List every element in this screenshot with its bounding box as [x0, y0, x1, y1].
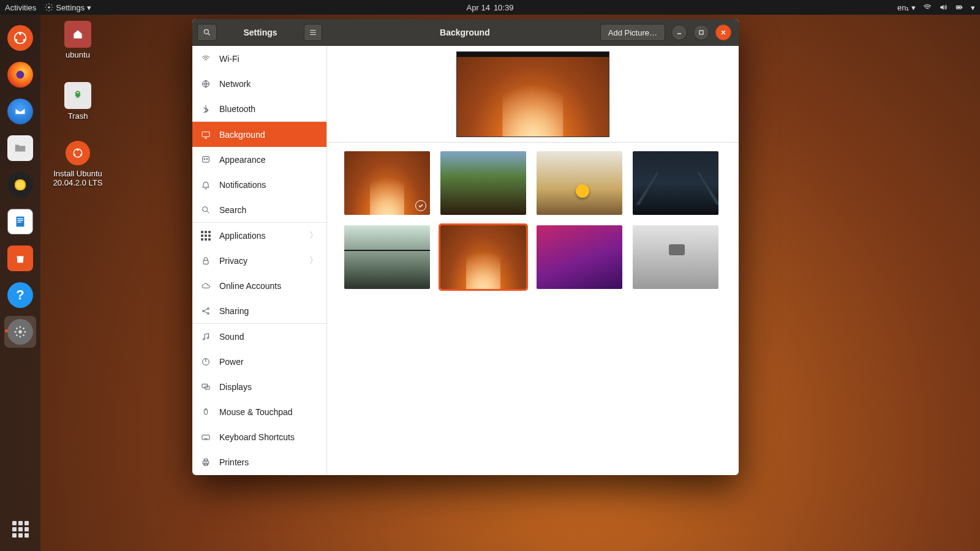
sidebar-item-label: Notifications [219, 180, 266, 190]
trash-icon [72, 89, 84, 102]
svg-point-6 [15, 39, 18, 42]
clock-time: 10:39 [494, 3, 514, 12]
sidebar-item-sound[interactable]: Sound [192, 324, 326, 349]
sidebar-item-applications[interactable]: Applications〉 [192, 223, 326, 248]
dock-app-files[interactable] [4, 132, 36, 164]
maximize-icon [698, 29, 704, 36]
clock[interactable]: Apr 14 10:39 [467, 3, 514, 12]
sidebar-item-notifications[interactable]: Notifications [192, 172, 326, 197]
desktop-icon-trash[interactable]: Trash [50, 82, 105, 121]
folder-icon [13, 141, 27, 155]
bluetooth-icon [201, 104, 211, 114]
wallpaper-option-forest[interactable] [440, 151, 526, 215]
sidebar-item-wifi[interactable]: Wi-Fi [192, 46, 326, 71]
wallpaper-option-fog[interactable] [633, 225, 718, 289]
svg-point-19 [204, 29, 208, 34]
system-menu-caret[interactable]: ▾ [971, 3, 975, 12]
app-menu[interactable]: Settings ▾ [45, 3, 91, 12]
svg-rect-22 [202, 132, 209, 137]
sidebar-item-label: Keyboard Shortcuts [219, 432, 295, 442]
sidebar-item-online-accounts[interactable]: Online Accounts [192, 273, 326, 298]
sidebar-item-search[interactable]: Search [192, 197, 326, 222]
sidebar-item-background[interactable]: Background [192, 122, 326, 147]
input-source-indicator[interactable]: en₁ ▾ [897, 3, 916, 12]
battery-icon[interactable] [955, 3, 963, 12]
clock-date: Apr 14 [467, 3, 490, 12]
show-applications-button[interactable] [4, 513, 36, 545]
network-icon [201, 79, 211, 89]
close-icon [720, 29, 726, 36]
wallpaper-option-desk[interactable] [537, 151, 622, 215]
chevron-down-icon: ▾ [87, 3, 91, 12]
sidebar-item-network[interactable]: Network [192, 71, 326, 96]
bell-icon [201, 180, 211, 190]
current-wallpaper-check-icon [415, 200, 426, 211]
wallpaper-option-gradient[interactable] [537, 225, 622, 289]
svg-point-7 [23, 39, 26, 42]
wallpaper-option-focal-plain[interactable] [440, 225, 526, 289]
wallpaper-grid [344, 151, 722, 289]
svg-rect-38 [203, 461, 208, 464]
svg-point-32 [207, 337, 209, 339]
sidebar-item-displays[interactable]: Displays [192, 374, 326, 399]
dock-app-dash[interactable] [4, 22, 36, 54]
sidebar-item-label: Privacy [219, 256, 247, 266]
desktop-icon-installer[interactable]: Install Ubuntu 20.04.2.0 LTS [50, 140, 105, 187]
sidebar-item-power[interactable]: Power [192, 349, 326, 374]
svg-rect-27 [203, 260, 208, 264]
firefox-icon [13, 68, 27, 81]
svg-rect-20 [699, 31, 703, 34]
sidebar-item-appearance[interactable]: Appearance [192, 147, 326, 172]
sidebar-item-label: Network [219, 79, 251, 89]
titlebar[interactable]: Settings Background Add Picture… [192, 19, 739, 46]
gear-icon [13, 325, 27, 339]
thunderbird-icon [14, 105, 26, 118]
volume-icon[interactable] [939, 3, 948, 12]
svg-point-30 [208, 312, 209, 314]
sidebar-item-privacy[interactable]: Privacy〉 [192, 248, 326, 273]
sidebar-item-keyboard[interactable]: Keyboard Shortcuts [192, 424, 326, 449]
appearance-icon [201, 155, 211, 165]
home-folder-icon [72, 28, 84, 40]
app-menu-label: Settings [56, 3, 85, 12]
sidebar-item-sharing[interactable]: Sharing [192, 298, 326, 323]
current-background-preview [456, 51, 609, 137]
add-picture-button[interactable]: Add Picture… [600, 24, 665, 41]
wallpaper-option-bridge[interactable] [344, 225, 430, 289]
search-icon [201, 205, 211, 215]
activities-button[interactable]: Activities [5, 3, 36, 12]
sidebar-item-bluetooth[interactable]: Bluetooth [192, 96, 326, 121]
svg-point-28 [203, 310, 205, 312]
lock-icon [201, 256, 211, 266]
close-button[interactable] [715, 24, 731, 40]
dock-app-firefox[interactable] [4, 59, 36, 91]
cloud-icon [201, 281, 211, 291]
dock-app-settings[interactable] [4, 316, 36, 348]
input-source-label: en₁ [897, 3, 909, 12]
hamburger-icon [309, 28, 317, 37]
question-icon: ? [16, 287, 24, 303]
sidebar-item-label: Search [219, 205, 246, 215]
maximize-button[interactable] [693, 24, 709, 40]
power-icon [201, 357, 211, 367]
sidebar-item-mouse[interactable]: Mouse & Touchpad [192, 399, 326, 424]
note-icon [201, 332, 211, 342]
svg-rect-2 [962, 7, 962, 8]
sidebar-title: Settings [219, 28, 301, 37]
dock-app-software[interactable] [4, 242, 36, 274]
wallpaper-option-subway[interactable] [633, 151, 718, 215]
dock-app-rhythmbox[interactable] [4, 169, 36, 201]
svg-rect-23 [203, 156, 209, 162]
sidebar-item-label: Background [219, 130, 265, 140]
chevron-right-icon: 〉 [309, 230, 318, 241]
minimize-button[interactable] [671, 24, 687, 40]
wallpaper-option-focal[interactable] [344, 151, 430, 215]
dock-app-thunderbird[interactable] [4, 96, 36, 127]
search-button[interactable] [197, 24, 217, 41]
sidebar-item-printers[interactable]: Printers [192, 449, 326, 474]
dock-app-writer[interactable] [4, 206, 36, 238]
dock-app-help[interactable]: ? [4, 279, 36, 311]
network-icon[interactable] [923, 3, 932, 12]
primary-menu-button[interactable] [304, 24, 322, 41]
desktop-icon-home[interactable]: ubuntu [50, 21, 105, 59]
